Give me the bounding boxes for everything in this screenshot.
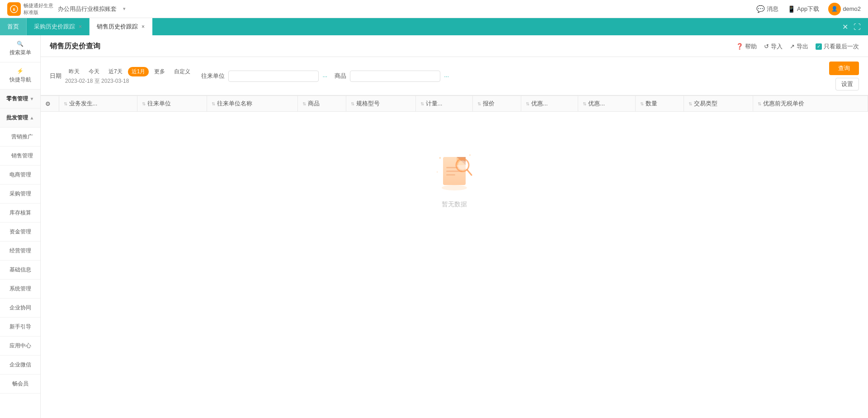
sidebar-item-purchase-mgmt[interactable]: 采购管理 <box>0 185 40 204</box>
tab-bar-actions: ✕ ⛶ <box>842 23 861 31</box>
settings-button[interactable]: 设置 <box>835 78 859 90</box>
date-btn-today[interactable]: 今天 <box>85 67 103 76</box>
page-actions: ❓ 帮助 ↺ 导入 ↗ 导出 ✓ 只看最后一次 <box>736 43 859 51</box>
product-search-icon[interactable]: ··· <box>444 73 449 80</box>
tab-purchase-history[interactable]: 采购历史价跟踪 × <box>27 18 90 35</box>
th-quantity[interactable]: ⇅ 数量 <box>635 96 684 112</box>
th-biz-date[interactable]: ⇅ 业务发生... <box>59 96 137 112</box>
counterparty-input[interactable] <box>228 71 319 82</box>
empty-illustration: ✦ ✦ ✦ <box>432 148 477 193</box>
sidebar-item-sales-mgmt[interactable]: 销售管理 <box>0 147 40 166</box>
help-icon: ❓ <box>736 43 743 50</box>
counterparty-filter-group: 往来单位 ··· <box>201 71 327 82</box>
sidebar-item-system[interactable]: 系统管理 <box>0 280 40 299</box>
app-download-action[interactable]: 📱 App下载 <box>788 5 819 13</box>
date-btn-yesterday[interactable]: 昨天 <box>65 67 83 76</box>
tab-sales-history[interactable]: 销售历史价跟踪 × <box>90 18 152 35</box>
sidebar-beginner-guide-label: 新手引导 <box>9 323 31 331</box>
top-header: 6 畅捷通好生意 标准版 办公用品行业模拟账套 ▾ 💬 消息 📱 App下载 👤… <box>0 0 868 18</box>
sidebar-item-ops[interactable]: 经营管理 <box>0 242 40 261</box>
sidebar-item-finance[interactable]: 资金管理 <box>0 223 40 242</box>
help-label: 帮助 <box>745 43 757 51</box>
th-counterparty-name-label: 往来单位名称 <box>217 100 252 108</box>
user-action[interactable]: 👤 demo2 <box>828 3 861 15</box>
page-title-row: 销售历史价查询 ❓ 帮助 ↺ 导入 ↗ 导出 ✓ <box>50 42 859 51</box>
breadcrumb-dropdown-icon[interactable]: ▾ <box>123 6 126 12</box>
th-settings[interactable]: ⚙ <box>41 96 59 112</box>
sort-counterparty-name-icon: ⇅ <box>212 101 215 106</box>
counterparty-search-icon[interactable]: ··· <box>322 73 327 80</box>
th-pretax-price-label: 优惠前无税单价 <box>763 100 804 108</box>
sidebar-item-retail-mgmt[interactable]: 零售管理 ▼ <box>0 90 40 109</box>
th-discount2[interactable]: ⇅ 优惠... <box>578 96 635 112</box>
date-btn-more[interactable]: 更多 <box>151 67 169 76</box>
sidebar-item-wholesale-mgmt[interactable]: 批发管理 ▲ <box>0 109 40 128</box>
import-button[interactable]: ↺ 导入 <box>764 43 783 51</box>
th-trade-type[interactable]: ⇅ 交易类型 <box>684 96 753 112</box>
table-container: ⚙ ⇅ 业务发生... ⇅ 往来单位 <box>41 95 868 418</box>
query-button[interactable]: 查询 <box>829 62 859 75</box>
sidebar-item-quick-nav[interactable]: ⚡ 快捷导航 <box>0 62 40 90</box>
empty-state: ✦ ✦ ✦ 暂无数据 <box>41 112 868 245</box>
logo-area: 6 畅捷通好生意 标准版 <box>7 2 53 16</box>
counterparty-filter-label: 往来单位 <box>201 72 225 80</box>
tab-purchase-close-icon[interactable]: × <box>79 24 82 30</box>
message-icon: 💬 <box>756 5 765 13</box>
sidebar-item-member-club[interactable]: 畅会员 <box>0 375 40 394</box>
sort-discount1-icon: ⇅ <box>526 101 529 106</box>
page-title: 销售历史价查询 <box>50 42 100 51</box>
logo-icon: 6 <box>7 2 21 16</box>
date-btn-1month[interactable]: 近1月 <box>128 67 149 76</box>
tab-home[interactable]: 首页 <box>0 18 27 35</box>
export-button[interactable]: ↗ 导出 <box>790 43 808 51</box>
filter-right-actions: 查询 设置 <box>829 62 859 90</box>
gear-icon[interactable]: ⚙ <box>45 100 51 107</box>
th-spec[interactable]: ⇅ 规格型号 <box>346 96 415 112</box>
th-quote[interactable]: ⇅ 报价 <box>473 96 521 112</box>
sidebar-item-marketing[interactable]: 营销推广 <box>0 128 40 147</box>
sort-quantity-icon: ⇅ <box>640 101 644 106</box>
sidebar-purchase-label: 采购管理 <box>9 190 31 198</box>
sidebar-sales-mgmt-label: 销售管理 <box>11 152 33 160</box>
sidebar-item-ecom-mgmt[interactable]: 电商管理 <box>0 166 40 185</box>
close-all-tabs-icon[interactable]: ✕ <box>842 23 848 31</box>
svg-point-11 <box>458 161 467 170</box>
product-input[interactable] <box>350 71 440 82</box>
sidebar-item-app-center[interactable]: 应用中心 <box>0 337 40 356</box>
expand-icon[interactable]: ⛶ <box>854 23 861 31</box>
sidebar-item-inventory[interactable]: 库存核算 <box>0 204 40 223</box>
logo-text: 畅捷通好生意 标准版 <box>24 2 53 15</box>
th-counterparty[interactable]: ⇅ 往来单位 <box>137 96 207 112</box>
date-btn-custom[interactable]: 自定义 <box>170 67 194 76</box>
th-quantity-label: 数量 <box>646 100 657 108</box>
th-biz-date-label: 业务发生... <box>69 100 98 108</box>
sidebar-item-search-menu[interactable]: 🔍 搜索菜单 <box>0 35 40 62</box>
th-discount1[interactable]: ⇅ 优惠... <box>521 96 578 112</box>
th-unit[interactable]: ⇅ 计量... <box>415 96 472 112</box>
th-product-label: 商品 <box>308 100 320 108</box>
date-filter-group: 日期 昨天 今天 近7天 近1月 更多 自定义 2023-02-18 至 202… <box>50 67 194 85</box>
th-spec-label: 规格型号 <box>356 100 380 108</box>
message-action[interactable]: 💬 消息 <box>756 5 778 13</box>
th-counterparty-name[interactable]: ⇅ 往来单位名称 <box>207 96 297 112</box>
help-button[interactable]: ❓ 帮助 <box>736 43 757 51</box>
th-product[interactable]: ⇅ 商品 <box>297 96 346 112</box>
date-btn-7days[interactable]: 近7天 <box>105 67 126 76</box>
svg-text:✦: ✦ <box>439 156 442 160</box>
sidebar-item-enterprise-collab[interactable]: 企业协同 <box>0 299 40 318</box>
only-last-checkbox[interactable]: ✓ <box>816 43 822 50</box>
tab-sales-close-icon[interactable]: × <box>142 24 145 30</box>
sidebar-item-enterprise-wechat[interactable]: 企业微信 <box>0 356 40 375</box>
th-pretax-price[interactable]: ⇅ 优惠前无税单价 <box>753 96 868 112</box>
search-menu-icon: 🔍 <box>17 41 24 47</box>
tab-purchase-label: 采购历史价跟踪 <box>34 23 75 31</box>
table-header-row: ⚙ ⇅ 业务发生... ⇅ 往来单位 <box>41 96 868 112</box>
sort-product-icon: ⇅ <box>302 101 306 106</box>
sidebar-item-beginner-guide[interactable]: 新手引导 <box>0 318 40 337</box>
sidebar-item-basic-info[interactable]: 基础信息 <box>0 261 40 280</box>
page-header: 销售历史价查询 ❓ 帮助 ↺ 导入 ↗ 导出 ✓ <box>41 35 868 57</box>
th-quote-label: 报价 <box>483 100 495 108</box>
tab-sales-label: 销售历史价跟踪 <box>97 23 138 31</box>
th-unit-label: 计量... <box>426 100 443 108</box>
only-last-checkbox-label[interactable]: ✓ 只看最后一次 <box>816 43 859 51</box>
